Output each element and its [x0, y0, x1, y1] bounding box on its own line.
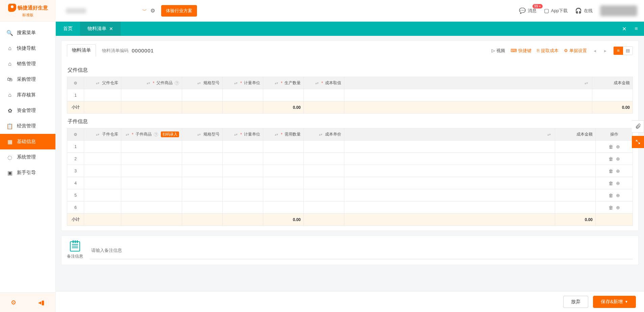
page-tab-bom[interactable]: 物料清单 — [67, 44, 96, 57]
table-row[interactable]: 2🗑⊕ — [67, 153, 633, 165]
sort-icon[interactable]: ▴▾ — [319, 133, 322, 136]
cell-unit[interactable] — [223, 89, 263, 101]
sort-icon[interactable]: ▴▾ — [197, 81, 201, 85]
cell-qty[interactable] — [263, 201, 304, 214]
cell-unitcost[interactable] — [304, 165, 344, 177]
view-list-button[interactable]: ≡ — [614, 47, 623, 55]
sidebar-item-home[interactable]: ⌂快捷导航 — [0, 41, 55, 56]
sort-icon[interactable]: ▴▾ — [275, 81, 278, 85]
sidebar-item-guide[interactable]: ▣新手引导 — [0, 165, 55, 181]
table-row[interactable]: 1🗑⊕ — [67, 141, 633, 153]
add-row-icon[interactable]: ⊕ — [616, 193, 620, 198]
cell-unit[interactable] — [223, 201, 263, 214]
sidebar-item-search[interactable]: 🔍搜索菜单 — [0, 25, 55, 41]
cell-product[interactable] — [121, 165, 182, 177]
delete-row-icon[interactable]: 🗑 — [609, 144, 613, 149]
help-icon[interactable]: ? — [175, 81, 179, 85]
org-settings-icon[interactable]: ⚙ — [150, 7, 155, 14]
shortcut-link[interactable]: ⌨ 快捷键 — [511, 48, 531, 54]
cell-qty[interactable] — [263, 153, 304, 165]
sort-icon[interactable]: ▴▾ — [96, 81, 99, 85]
cell-warehouse[interactable] — [84, 153, 121, 165]
cell-costbasis[interactable] — [304, 89, 344, 101]
sort-icon[interactable]: ▴▾ — [96, 133, 99, 136]
delete-row-icon[interactable]: 🗑 — [609, 168, 613, 174]
fullscreen-icon[interactable] — [632, 136, 644, 148]
cell-product[interactable] — [121, 153, 182, 165]
sidebar-item-fund[interactable]: ✿资金管理 — [0, 103, 55, 118]
table-settings-icon[interactable]: ⚙ — [74, 81, 77, 86]
cell-amount[interactable] — [555, 153, 596, 165]
delete-row-icon[interactable]: 🗑 — [609, 193, 613, 198]
cell-amount[interactable] — [555, 165, 596, 177]
scan-input-chip[interactable]: 扫码录入 — [161, 131, 179, 137]
cell-spec[interactable] — [182, 165, 223, 177]
cell-qty[interactable] — [263, 141, 304, 153]
sort-icon[interactable]: ▴▾ — [234, 133, 238, 136]
sort-icon[interactable]: ▴▾ — [585, 81, 588, 85]
cell-qty[interactable] — [263, 177, 304, 189]
cell-unit[interactable] — [223, 165, 263, 177]
cell-unitcost[interactable] — [304, 201, 344, 214]
cell-spec[interactable] — [182, 153, 223, 165]
add-row-icon[interactable]: ⊕ — [616, 156, 620, 162]
sort-icon[interactable]: ▴▾ — [126, 133, 129, 136]
content-scroll[interactable]: 物料清单 物料清单编码 0000001 ▷ 视频 ⌨ 快捷键 — [56, 36, 644, 312]
sort-icon[interactable]: ▴▾ — [275, 133, 278, 136]
sort-icon[interactable]: ▴▾ — [315, 81, 319, 85]
cell-spec[interactable] — [182, 89, 223, 101]
cell-unit[interactable] — [223, 153, 263, 165]
messages-link[interactable]: 💬 消息 99 + — [519, 7, 537, 14]
tab-bom[interactable]: 物料清单 ✕ — [80, 22, 121, 36]
video-link[interactable]: ▷ 视频 — [492, 48, 505, 54]
cell-warehouse[interactable] — [84, 177, 121, 189]
doc-settings-link[interactable]: ⚙ 单据设置 — [564, 48, 587, 54]
cell-spec[interactable] — [182, 201, 223, 214]
tabstrip-close-icon[interactable]: ✕ — [619, 24, 629, 34]
sidebar-item-purchase[interactable]: 🛍采购管理 — [0, 72, 55, 87]
cell-warehouse[interactable] — [84, 165, 121, 177]
experience-button[interactable]: 体验行业方案 — [161, 5, 197, 17]
sidebar-item-base[interactable]: ▦基础信息 — [0, 134, 55, 149]
cell-unit[interactable] — [223, 177, 263, 189]
sort-icon[interactable]: ▴▾ — [234, 81, 238, 85]
sort-icon[interactable]: ▴▾ — [547, 133, 551, 136]
cell-unit[interactable] — [223, 189, 263, 201]
cell-unitcost[interactable] — [304, 177, 344, 189]
cell-product[interactable] — [121, 177, 182, 189]
tabstrip-more-icon[interactable]: ≡ — [631, 24, 641, 34]
cell-qty[interactable] — [263, 89, 304, 101]
help-icon[interactable]: ? — [154, 132, 158, 137]
table-settings-icon[interactable]: ⚙ — [74, 132, 77, 137]
cell-unitcost[interactable] — [304, 141, 344, 153]
cell-amount[interactable] — [555, 141, 596, 153]
table-row[interactable]: 3🗑⊕ — [67, 165, 633, 177]
app-download-link[interactable]: ▢ App下载 — [544, 7, 568, 14]
add-row-icon[interactable]: ⊕ — [616, 168, 620, 174]
add-row-icon[interactable]: ⊕ — [616, 205, 620, 210]
table-row[interactable]: 4🗑⊕ — [67, 177, 633, 189]
cell-spec[interactable] — [182, 141, 223, 153]
delete-row-icon[interactable]: 🗑 — [609, 156, 613, 162]
view-card-button[interactable]: ▤ — [623, 47, 633, 55]
settings-icon[interactable]: ⚙ — [11, 299, 16, 306]
cell-amount[interactable] — [555, 201, 596, 214]
cell-qty[interactable] — [263, 165, 304, 177]
table-row[interactable]: 5🗑⊕ — [67, 189, 633, 201]
sidebar-item-stock[interactable]: ⌂库存核算 — [0, 87, 55, 103]
sort-icon[interactable]: ▴▾ — [197, 133, 201, 136]
cell-unit[interactable] — [223, 141, 263, 153]
cell-product[interactable] — [121, 189, 182, 201]
save-and-new-button[interactable]: 保存&新增 ▼ — [593, 296, 636, 308]
sidebar-item-sales[interactable]: ⌂销售管理 — [0, 56, 55, 72]
org-selector[interactable]: ﹀ — [66, 8, 147, 14]
discard-button[interactable]: 放弃 — [563, 296, 588, 308]
remark-input[interactable] — [90, 241, 633, 259]
add-row-icon[interactable]: ⊕ — [616, 144, 620, 149]
cell-spec[interactable] — [182, 189, 223, 201]
cell-warehouse[interactable] — [84, 189, 121, 201]
collapse-sidebar-icon[interactable]: ◂▮ — [38, 299, 45, 306]
cell-warehouse[interactable] — [84, 141, 121, 153]
online-support-link[interactable]: 🎧 在线 — [575, 7, 593, 14]
table-row[interactable]: 6🗑⊕ — [67, 201, 633, 214]
